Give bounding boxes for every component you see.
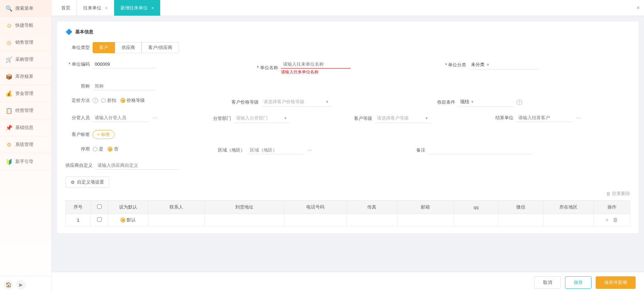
col-qq: qq: [454, 201, 498, 214]
supplier-custom-field: 供应商自定义: [65, 161, 630, 170]
form-card: 🔷 基本信息 单位类型 客户 供应商 客户/供应商 单位编码: [57, 22, 638, 233]
tab-new-contact-close[interactable]: ×: [151, 5, 154, 11]
sidebar-item-operation[interactable]: 📋 经营管理: [0, 102, 51, 119]
fax-input[interactable]: [360, 218, 384, 223]
system-icon: ⚙: [6, 141, 13, 148]
remark-label: 备注: [401, 147, 425, 153]
sidebar-item-basic[interactable]: 📌 基础信息: [0, 119, 51, 136]
supplier-custom-input[interactable]: [95, 161, 179, 170]
tab-contacts[interactable]: 往来单位 ×: [77, 0, 114, 16]
tab-new-contact[interactable]: 新增往来单位 ×: [114, 0, 160, 16]
add-row-button[interactable]: +: [604, 217, 610, 223]
payment-terms-field: 收款条件 现结 ▼ ?: [431, 97, 630, 107]
address-input[interactable]: [223, 218, 265, 223]
form-footer: 取消 保存 保存并新增: [52, 272, 644, 293]
col-region: 所在地区: [543, 201, 594, 214]
radio-disabled-no[interactable]: 否: [108, 146, 118, 152]
radio-discount[interactable]: 折扣: [101, 97, 116, 104]
customer-tag-label: 客户标签: [65, 131, 90, 138]
email-input[interactable]: [411, 218, 439, 223]
batch-delete-button[interactable]: 批量删除: [612, 190, 630, 197]
cell-checkbox[interactable]: [91, 214, 108, 226]
payment-terms-select[interactable]: 现结 ▼: [458, 97, 514, 107]
sidebar-expand-icon[interactable]: ▶: [16, 280, 26, 290]
radio-price-level[interactable]: 价格等级: [120, 97, 145, 104]
delete-row-button[interactable]: 🗑: [611, 217, 620, 223]
manager-input[interactable]: [93, 114, 148, 122]
settlement-unit-input[interactable]: [516, 114, 572, 122]
pricing-row: 定价方法 ? 折扣 价格等级 客户价格等级: [65, 97, 630, 107]
sidebar: 🔍 搜索菜单 ⊙ 快捷导航 ◎ 销售管理 🛒 采购管理 📦 库存核算 💰 资金管…: [0, 0, 52, 293]
contact-name-input[interactable]: [163, 218, 190, 223]
col-default: 设为默认: [108, 201, 148, 214]
sidebar-item-purchase[interactable]: 🛒 采购管理: [0, 51, 51, 68]
cell-wechat[interactable]: [498, 214, 543, 226]
sidebar-item-sales[interactable]: ◎ 销售管理: [0, 34, 51, 51]
customer-level-arrow-icon: ▼: [425, 116, 429, 120]
radio-discount-circle: [101, 98, 106, 103]
settlement-more-icon[interactable]: ···: [575, 115, 582, 121]
sidebar-item-inventory[interactable]: 📦 库存核算: [0, 68, 51, 85]
cancel-button[interactable]: 取消: [534, 276, 561, 289]
department-select[interactable]: 请输入分管部门 ▼: [234, 114, 290, 123]
region-more-icon[interactable]: ···: [306, 147, 314, 153]
row-default-radio[interactable]: 默认: [111, 217, 145, 223]
type-btn-supplier[interactable]: 供应商: [115, 42, 142, 53]
unit-code-input[interactable]: [93, 60, 155, 68]
sidebar-bottom: 🏠 ▶: [0, 276, 51, 293]
sidebar-item-finance[interactable]: 💰 资金管理: [0, 85, 51, 102]
department-field: 分管部门 请输入分管部门 ▼: [207, 114, 348, 123]
cell-email[interactable]: [397, 214, 454, 226]
cell-contact[interactable]: [148, 214, 205, 226]
tab-contacts-close[interactable]: ×: [105, 5, 108, 11]
cell-phone[interactable]: [284, 214, 347, 226]
custom-settings-button[interactable]: ⚙ 自定义项设置: [65, 177, 109, 188]
cell-address[interactable]: [205, 214, 284, 226]
add-tag-button[interactable]: + 标签: [93, 130, 115, 139]
basic-icon: 📌: [6, 124, 13, 131]
inventory-icon: 📦: [6, 73, 13, 80]
cell-qq[interactable]: [454, 214, 498, 226]
pricing-help-icon[interactable]: ?: [93, 98, 98, 103]
col-email: 邮箱: [397, 201, 454, 214]
sidebar-item-guide[interactable]: 🔰 新手引导: [0, 153, 51, 170]
unit-name-input[interactable]: [281, 60, 351, 68]
type-btn-both[interactable]: 客户/供应商: [142, 42, 179, 53]
remark-input[interactable]: [428, 146, 533, 154]
row-checkbox[interactable]: [97, 217, 102, 222]
wechat-input[interactable]: [510, 218, 531, 223]
unit-category-select[interactable]: 未分类 ▼: [469, 60, 539, 70]
customer-level-label: 客户等级: [348, 115, 372, 122]
row-region-input[interactable]: [556, 218, 581, 223]
cell-region[interactable]: [543, 214, 594, 226]
supplier-custom-label: 供应商自定义: [65, 162, 93, 169]
code-name-category-row: 单位编码 单位名称 请输入往来单位名称 单位分类 未分类 ▼: [65, 60, 630, 75]
customer-tag-field: 客户标签 + 标签: [65, 130, 630, 139]
customer-price-level-label: 客户价格等级: [231, 99, 259, 105]
tab-home[interactable]: 首页: [55, 0, 77, 16]
save-and-new-button[interactable]: 保存并新增: [596, 276, 636, 289]
sidebar-item-search[interactable]: 🔍 搜索菜单: [0, 0, 51, 17]
customer-price-level-field: 客户价格等级 请选择客户价格等级 ▼: [231, 97, 431, 107]
customer-level-select[interactable]: 请选择客户等级 ▼: [375, 114, 431, 123]
sidebar-home-icon[interactable]: 🏠: [3, 280, 13, 290]
save-button[interactable]: 保存: [565, 276, 591, 289]
phone-input[interactable]: [300, 218, 331, 223]
select-all-checkbox[interactable]: [97, 204, 102, 209]
col-checkbox[interactable]: [91, 201, 108, 214]
sidebar-item-system[interactable]: ⚙ 系统管理: [0, 136, 51, 153]
radio-disabled-yes[interactable]: 是: [93, 146, 103, 152]
tab-bar-close-all[interactable]: ×: [637, 5, 640, 11]
payment-terms-help-icon[interactable]: ?: [517, 99, 522, 105]
manager-more-icon[interactable]: ···: [151, 115, 158, 121]
customer-price-level-select[interactable]: 请选择客户价格等级 ▼: [261, 97, 331, 107]
qq-input[interactable]: [465, 218, 486, 223]
guide-icon: 🔰: [6, 158, 13, 165]
abbreviation-input[interactable]: [93, 82, 155, 90]
sidebar-item-quicknav[interactable]: ⊙ 快捷导航: [0, 17, 51, 34]
radio-yes-circle: [93, 147, 97, 152]
type-btn-customer[interactable]: 客户: [93, 42, 115, 53]
region-input[interactable]: [248, 146, 304, 154]
cell-fax[interactable]: [347, 214, 397, 226]
settlement-unit-field: 结算单位 ···: [489, 114, 630, 122]
